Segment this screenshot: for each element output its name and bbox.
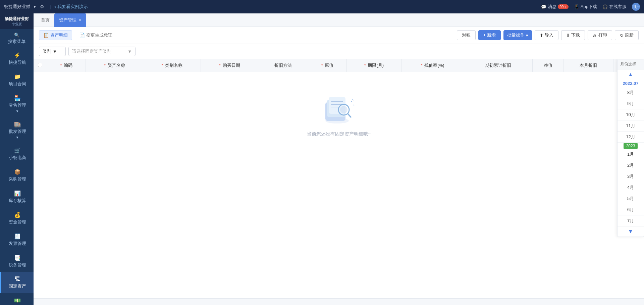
tab-home[interactable]: 首页 <box>36 13 54 27</box>
message-button[interactable]: 💬 消息 99 + <box>541 4 569 10</box>
toolbar-tab-change-voucher[interactable]: 📄 变更生成凭证 <box>75 30 117 40</box>
fixed-assets-icon: 🏗 <box>15 276 20 282</box>
toolbar-tab-asset-detail[interactable]: 📋 资产明细 <box>39 30 72 40</box>
th-name: * 资产名称 <box>86 59 143 72</box>
th-accumulated-depreciation: 期初累计折旧 <box>464 59 532 72</box>
main-layout: 畅捷通好业财 专业版 🔍 搜索菜单 ⚡ 快捷导航 📁 项目合同 🏪 零售管理 ▼… <box>0 13 644 305</box>
month-item-12[interactable]: 12月 <box>618 132 644 143</box>
select-all-checkbox[interactable] <box>38 63 42 67</box>
refresh-button[interactable]: ↻ 刷新 <box>615 30 639 40</box>
asset-detail-icon: 📋 <box>43 33 49 38</box>
th-category: * 类别名称 <box>143 59 201 72</box>
month-panel-current-year[interactable]: 2022.07 <box>618 80 644 87</box>
shortcut-icon: ⚡ <box>14 52 21 58</box>
add-button[interactable]: + 新增 <box>478 30 501 40</box>
sidebar-item-inventory[interactable]: 📊 库存核算 <box>0 186 34 208</box>
avatar-label: 用户 <box>632 4 640 9</box>
svg-point-8 <box>340 106 347 113</box>
sidebar-item-fixed-assets[interactable]: 🏗 固定资产 <box>0 272 34 293</box>
avatar[interactable]: 用户 <box>632 3 640 11</box>
month-item-4[interactable]: 4月 <box>618 182 644 193</box>
fund-icon: 💰 <box>14 212 21 218</box>
month-item-8[interactable]: 8月 <box>618 87 644 98</box>
toolbar: 📋 资产明细 📄 变更生成凭证 对账 + 新增 批量操作 <box>34 27 644 44</box>
th-checkbox <box>34 59 47 72</box>
category-input[interactable]: 请选择固定资产类别 ▼ <box>68 47 136 56</box>
batch-button[interactable]: 批量操作 ▾ <box>503 30 532 40</box>
month-nav-down-icon[interactable]: ▼ <box>626 228 635 235</box>
print-icon: 🖨 <box>593 33 597 38</box>
app-download-button[interactable]: 📱 App下载 <box>574 4 597 10</box>
settings-icon[interactable]: ⚙ <box>40 4 44 9</box>
month-item-2[interactable]: 2月 <box>618 160 644 171</box>
sidebar: 畅捷通好业财 专业版 🔍 搜索菜单 ⚡ 快捷导航 📁 项目合同 🏪 零售管理 ▼… <box>0 13 34 305</box>
sidebar-item-search[interactable]: 🔍 搜索菜单 <box>0 29 34 48</box>
month-panel-nav-up[interactable]: ▲ <box>618 69 644 80</box>
download-button[interactable]: ⬇ 下载 <box>561 30 585 40</box>
tax-icon: 📑 <box>14 255 21 261</box>
retail-icon: 🏪 <box>14 95 21 101</box>
company-dropdown[interactable]: ▼ <box>33 5 37 9</box>
batch-dropdown-icon: ▾ <box>526 33 528 38</box>
message-badge: 99 + <box>558 4 569 9</box>
sidebar-edition: 专业版 <box>2 22 32 27</box>
table-header-row: * 编码 * 资产名称 * 类别名称 <box>34 59 644 72</box>
sidebar-item-retail[interactable]: 🏪 零售管理 ▼ <box>0 91 34 117</box>
empty-message: 当前您还没有固定资产明细哦~ <box>307 131 371 137</box>
month-item-5[interactable]: 5月 <box>618 193 644 204</box>
month-item-11[interactable]: 11月 <box>618 120 644 132</box>
page-content: 📋 资产明细 📄 变更生成凭证 对账 + 新增 批量操作 <box>34 27 644 298</box>
salary-icon: 💵 <box>14 297 21 304</box>
sidebar-item-project[interactable]: 📁 项目合同 <box>0 69 34 91</box>
month-item-10[interactable]: 10月 <box>618 109 644 120</box>
sidebar-item-wholesale[interactable]: 🏬 批发管理 ▼ <box>0 117 34 143</box>
project-icon: 📁 <box>14 73 21 80</box>
import-icon: ⬆ <box>540 33 543 38</box>
month-item-7[interactable]: 7月 <box>618 215 644 226</box>
inventory-icon: 📊 <box>14 190 21 197</box>
month-item-6[interactable]: 6月 <box>618 204 644 215</box>
th-depreciation-method: 折旧方法 <box>258 59 308 72</box>
tab-asset-management[interactable]: 资产管理 ✕ <box>54 13 86 27</box>
online-service-button[interactable]: 🎧 在线客服 <box>602 4 627 10</box>
month-panel-title: 月份选择 <box>620 61 636 67</box>
asset-detail-label: 资产明细 <box>50 32 68 38</box>
headset-icon: 🎧 <box>602 4 608 9</box>
sidebar-item-purchase[interactable]: 📦 采购管理 <box>0 165 34 186</box>
import-button[interactable]: ⬆ 导入 <box>535 30 558 40</box>
month-nav-up-icon[interactable]: ▲ <box>626 71 635 78</box>
tab-asset-label: 资产管理 <box>59 13 76 27</box>
demo-link[interactable]: ○ 我要看实例演示 <box>53 4 88 10</box>
ecommerce-icon: 🛒 <box>14 147 21 154</box>
reconcile-button[interactable]: 对账 <box>457 30 476 40</box>
sidebar-item-shortcut[interactable]: ⚡ 快捷导航 <box>0 48 34 69</box>
month-panel-nav-down[interactable]: ▼ <box>618 226 644 237</box>
print-button[interactable]: 🖨 打印 <box>588 30 612 40</box>
tab-close-icon[interactable]: ✕ <box>78 13 82 27</box>
sidebar-logo[interactable]: 畅捷通好业财 专业版 <box>0 13 34 29</box>
top-bar-right: 💬 消息 99 + 📱 App下载 🎧 在线客服 用户 <box>541 3 640 11</box>
input-dropdown-icon: ▼ <box>127 49 132 54</box>
top-bar: 畅捷通好业财 ▼ ⚙ | ○ 我要看实例演示 💬 消息 99 + 📱 App下载… <box>0 0 644 13</box>
sidebar-item-ecommerce[interactable]: 🛒 小畅电商 <box>0 143 34 165</box>
content-wrapper: * 编码 * 资产名称 * 类别名称 <box>34 59 644 298</box>
category-filter[interactable]: 类别 ▼ <box>39 47 66 56</box>
content-area: 首页 资产管理 ✕ 📋 资产明细 📄 变更生成凭证 <box>34 13 644 305</box>
table-empty-row: 当前您还没有固定资产明细哦~ <box>34 72 644 158</box>
month-panel-header: 月份选择 <box>618 59 644 69</box>
month-item-9[interactable]: 9月 <box>618 98 644 109</box>
svg-line-9 <box>347 113 351 117</box>
sidebar-item-fund[interactable]: 💰 资金管理 <box>0 208 34 229</box>
sidebar-item-salary[interactable]: 💵 工资 <box>0 293 34 305</box>
tab-home-label: 首页 <box>41 13 50 27</box>
bottom-scroll-bar[interactable] <box>34 298 644 305</box>
svg-point-10 <box>351 101 352 102</box>
month-item-3[interactable]: 3月 <box>618 171 644 182</box>
sidebar-app-name: 畅捷通好业财 <box>2 16 32 22</box>
svg-line-12 <box>352 99 354 100</box>
sidebar-item-tax[interactable]: 📑 税务管理 <box>0 251 34 272</box>
sidebar-item-invoice[interactable]: 🧾 发票管理 <box>0 229 34 251</box>
message-icon: 💬 <box>541 4 546 9</box>
month-item-1[interactable]: 1月 <box>618 149 644 160</box>
th-net-value: 净值 <box>532 59 564 72</box>
